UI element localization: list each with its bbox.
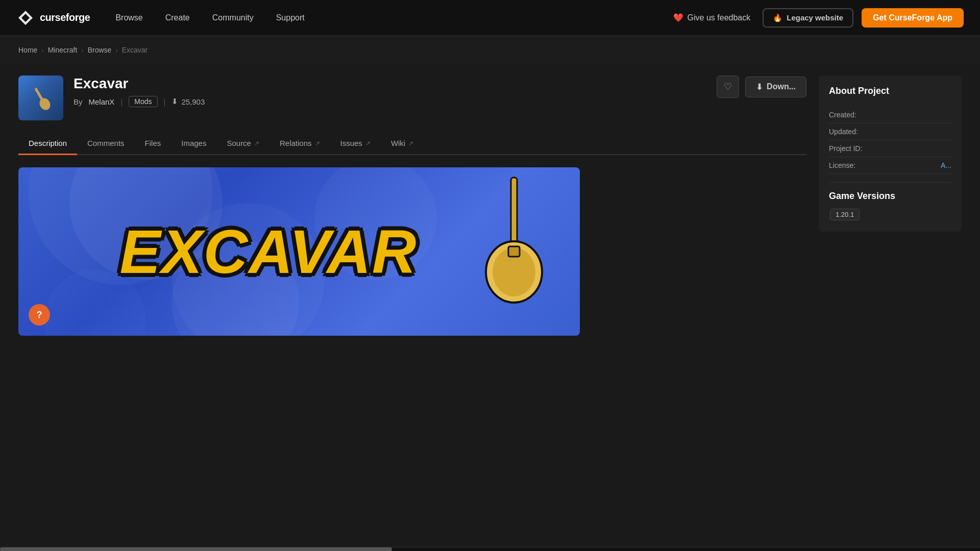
download-count-value: 25,903 (181, 97, 205, 106)
about-row-created: Created: (829, 107, 951, 123)
svg-point-3 (37, 96, 52, 112)
game-versions-title: Game Versions (829, 191, 951, 202)
breadcrumb-minecraft[interactable]: Minecraft (48, 46, 78, 54)
project-title: Excavar (74, 76, 706, 92)
get-curseforge-app-button[interactable]: Get CurseForge App (862, 8, 964, 28)
breadcrumb-browse[interactable]: Browse (88, 46, 112, 54)
about-divider (829, 182, 951, 183)
help-icon: ? (37, 310, 42, 320)
navbar: curseforge Browse Create Community Suppo… (0, 0, 980, 37)
download-btn-icon: ⬇ (756, 82, 763, 92)
tab-comments-label: Comments (87, 139, 125, 147)
about-updated-label: Updated: (829, 128, 858, 136)
version-badge-1[interactable]: 1.20.1 (830, 209, 860, 220)
about-license-value[interactable]: A... (941, 161, 951, 169)
heart-icon: ♡ (724, 81, 732, 92)
relations-external-icon: ↗ (315, 140, 320, 147)
favorite-button[interactable]: ♡ (717, 76, 739, 98)
get-app-label: Get CurseForge App (873, 13, 952, 22)
about-row-updated: Updated: (829, 123, 951, 140)
breadcrumb-sep-1: › (41, 46, 43, 54)
content-area: Excavar By MelanX | Mods | ⬇ 25,903 ♡ (18, 63, 806, 336)
tab-wiki-label: Wiki (391, 139, 405, 147)
tab-relations[interactable]: Relations ↗ (270, 133, 330, 155)
project-author-prefix: By (74, 97, 83, 106)
legacy-label: Legacy website (787, 13, 843, 22)
project-info: Excavar By MelanX | Mods | ⬇ 25,903 (74, 76, 706, 107)
nav-support[interactable]: Support (267, 9, 314, 27)
category-badge[interactable]: Mods (129, 96, 157, 107)
tab-source[interactable]: Source ↗ (216, 133, 270, 155)
feedback-label: Give us feedback (688, 13, 751, 22)
tab-description-label: Description (29, 139, 67, 147)
help-button[interactable]: ? (29, 304, 50, 325)
tab-issues-label: Issues (340, 139, 362, 147)
about-created-label: Created: (829, 111, 856, 119)
about-row-license: License: A... (829, 157, 951, 174)
issues-external-icon: ↗ (365, 140, 371, 147)
about-project-title: About Project (829, 86, 951, 96)
legacy-website-button[interactable]: 🔥 Legacy website (763, 8, 853, 28)
download-count: ⬇ 25,903 (172, 97, 205, 106)
breadcrumb: Home › Minecraft › Browse › Excavar (0, 37, 980, 63)
sidebar: About Project Created: Updated: Project … (819, 63, 962, 336)
nav-create[interactable]: Create (156, 9, 199, 27)
download-btn-label: Down... (767, 82, 796, 91)
svg-rect-8 (511, 178, 517, 249)
project-actions: ♡ ⬇ Down... (717, 76, 806, 98)
tab-images[interactable]: Images (171, 133, 216, 155)
tab-source-label: Source (227, 139, 251, 147)
tab-files-label: Files (145, 139, 161, 147)
project-author-name[interactable]: MelanX (89, 97, 115, 106)
banner-container: EXCAVAR ? (18, 167, 580, 336)
tab-relations-label: Relations (280, 139, 312, 147)
tab-issues[interactable]: Issues ↗ (330, 133, 381, 155)
banner-background: EXCAVAR (18, 167, 580, 336)
project-header: Excavar By MelanX | Mods | ⬇ 25,903 ♡ (18, 63, 806, 133)
tabs-bar: Description Comments Files Images Source… (18, 133, 806, 155)
banner-title: EXCAVAR (120, 216, 418, 287)
project-meta: By MelanX | Mods | ⬇ 25,903 (74, 96, 706, 107)
breadcrumb-sep-3: › (115, 46, 117, 54)
tab-images-label: Images (181, 139, 206, 147)
wiki-external-icon: ↗ (408, 140, 413, 147)
tab-files[interactable]: Files (135, 133, 172, 155)
about-license-label: License: (829, 161, 855, 169)
download-count-icon: ⬇ (172, 97, 178, 106)
feedback-icon: ❤️ (673, 13, 683, 22)
download-button[interactable]: ⬇ Down... (745, 77, 806, 97)
meta-divider-2: | (164, 97, 166, 106)
svg-rect-11 (508, 246, 520, 257)
tab-comments[interactable]: Comments (77, 133, 135, 155)
logo-text: curseforge (40, 12, 90, 23)
source-external-icon: ↗ (254, 140, 259, 147)
nav-community[interactable]: Community (203, 9, 263, 27)
breadcrumb-sep-2: › (81, 46, 83, 54)
meta-divider-1: | (120, 97, 122, 106)
breadcrumb-home[interactable]: Home (18, 46, 37, 54)
feedback-button[interactable]: ❤️ Give us feedback (665, 9, 759, 27)
about-project-id-label: Project ID: (829, 144, 862, 153)
logo[interactable]: curseforge (16, 9, 90, 27)
game-versions-section: Game Versions 1.20.1 (829, 191, 951, 221)
main-container: Excavar By MelanX | Mods | ⬇ 25,903 ♡ (0, 63, 980, 336)
tab-wiki[interactable]: Wiki ↗ (381, 133, 424, 155)
legacy-icon: 🔥 (773, 13, 782, 22)
nav-browse[interactable]: Browse (106, 9, 152, 27)
about-project-section: About Project Created: Updated: Project … (819, 76, 962, 232)
tab-description[interactable]: Description (18, 133, 77, 155)
about-row-project-id: Project ID: (829, 140, 951, 157)
breadcrumb-current: Excavar (122, 46, 148, 54)
project-icon (18, 76, 63, 120)
